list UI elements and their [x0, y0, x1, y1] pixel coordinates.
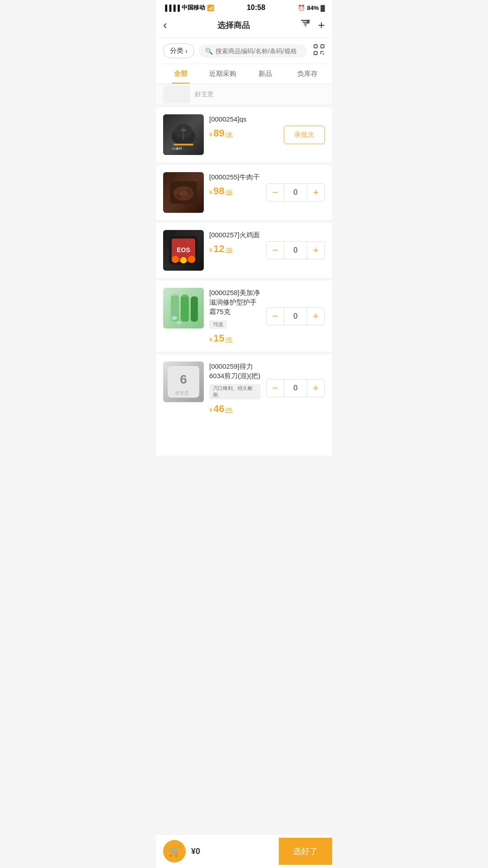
- product-tag-0000258: 75克: [209, 320, 227, 329]
- product-name-0000257: [0000257]火鸡面: [209, 230, 261, 239]
- svg-rect-29: [182, 295, 188, 297]
- svg-rect-1: [314, 45, 317, 48]
- qty-minus-0000255[interactable]: −: [267, 184, 284, 201]
- filter-button[interactable]: [300, 19, 311, 32]
- product-tag-0000259: 刀口锋利、经久耐用、: [209, 384, 261, 399]
- qty-control-0000255: − +: [266, 183, 325, 202]
- scan-button[interactable]: [313, 44, 325, 58]
- product-price-0000257: ¥ 12 /袋: [209, 243, 261, 255]
- tab-negative[interactable]: 负库存: [286, 64, 329, 84]
- product-info-0000255: [0000255]牛肉干 ¥ 98 /袋: [209, 172, 261, 197]
- status-battery: ⏰ 84% ▓: [298, 5, 325, 11]
- battery-icon: ▓: [321, 5, 325, 11]
- add-button[interactable]: +: [318, 18, 325, 32]
- product-image-0000258: [163, 288, 204, 328]
- qty-input-0000258[interactable]: [284, 308, 307, 325]
- action-area-0000255: − +: [266, 183, 325, 202]
- status-bar: ▐▐▐▐ 中国移动 📶 10:58 ⏰ 84% ▓: [156, 0, 332, 14]
- product-info-0000254: [0000254]qs ¥ 89 /米: [209, 114, 265, 139]
- action-area-0000254: 录批次: [271, 126, 325, 144]
- table-row: [0000258]美加净滋润修护型护手霜75克 75克 ¥ 15 /件 − +: [156, 281, 332, 352]
- product-name-0000254: [0000254]qs: [209, 114, 265, 124]
- qty-minus-0000257[interactable]: −: [267, 242, 284, 259]
- qty-control-0000258: − +: [266, 307, 325, 325]
- signal-icon: ▐▐▐▐: [163, 5, 180, 11]
- svg-point-23: [172, 256, 179, 263]
- svg-text:1元抢: 1元抢: [172, 147, 178, 150]
- qty-plus-0000255[interactable]: +: [307, 184, 324, 201]
- table-row: EOS [0000257]火鸡面 ¥ 12 /袋 − +: [156, 223, 332, 278]
- qty-control-0000259: − +: [266, 379, 325, 397]
- qty-plus-0000257[interactable]: +: [307, 242, 324, 259]
- svg-point-32: [177, 321, 181, 324]
- table-row: 249 1元抢 [0000254]qs ¥ 89 /米 录批次: [156, 107, 332, 162]
- search-section: 分类 › 🔍: [156, 38, 332, 64]
- product-image-0000255: [163, 172, 204, 213]
- svg-rect-28: [181, 296, 189, 322]
- svg-rect-2: [321, 45, 324, 48]
- product-price-0000255: ¥ 98 /袋: [209, 185, 261, 197]
- product-name-0000255: [0000255]牛肉干: [209, 172, 261, 182]
- svg-point-24: [180, 257, 187, 263]
- status-time: 10:58: [247, 4, 265, 12]
- partial-label: 好主意: [195, 90, 214, 99]
- qty-plus-0000258[interactable]: +: [307, 308, 324, 325]
- qty-minus-0000259[interactable]: −: [267, 380, 284, 397]
- search-input-wrap: 🔍: [199, 44, 307, 58]
- tabs-section: 全部 近期采购 新品 负库存: [156, 64, 332, 84]
- svg-point-31: [172, 316, 177, 320]
- search-icon: 🔍: [205, 47, 213, 55]
- qty-control-0000257: − +: [266, 241, 325, 259]
- action-area-0000258: − +: [266, 307, 325, 325]
- action-area-0000257: − +: [266, 241, 325, 259]
- product-image-0000254: 249 1元抢: [163, 114, 204, 155]
- product-price-0000258: ¥ 15 /件: [209, 333, 261, 344]
- wifi-icon: 📶: [207, 5, 214, 11]
- svg-rect-30: [191, 296, 198, 322]
- product-info-0000259: [0000259]得力6034剪刀(混)(把) 刀口锋利、经久耐用、 ¥ 46 …: [209, 361, 261, 415]
- tab-new[interactable]: 新品: [244, 64, 286, 84]
- search-input[interactable]: [216, 47, 300, 55]
- product-price-0000254: ¥ 89 /米: [209, 127, 265, 139]
- partial-thumb: [163, 85, 190, 103]
- svg-rect-3: [314, 52, 317, 55]
- table-row: [0000255]牛肉干 ¥ 98 /袋 − +: [156, 165, 332, 220]
- qty-plus-0000259[interactable]: +: [307, 380, 324, 397]
- batch-button-0000254[interactable]: 录批次: [284, 126, 325, 144]
- top-nav: 选择商品 +: [156, 14, 332, 38]
- product-price-0000259: ¥ 46 /件: [209, 403, 261, 415]
- tab-recent[interactable]: 近期采购: [202, 64, 244, 84]
- qty-minus-0000258[interactable]: −: [267, 308, 284, 325]
- partial-product-item: 好主意: [156, 84, 332, 107]
- qty-input-0000257[interactable]: [284, 242, 307, 259]
- product-image-0000257: EOS: [163, 230, 204, 271]
- svg-point-25: [188, 256, 195, 263]
- alarm-icon: ⏰: [298, 5, 305, 11]
- action-area-0000259: − +: [266, 379, 325, 397]
- product-info-0000257: [0000257]火鸡面 ¥ 12 /袋: [209, 230, 261, 255]
- back-button[interactable]: [163, 18, 167, 32]
- product-name-0000259: [0000259]得力6034剪刀(混)(把): [209, 361, 261, 380]
- product-image-0000259: 6 好主意: [163, 361, 204, 402]
- tab-all[interactable]: 全部: [160, 64, 202, 84]
- qty-input-0000259[interactable]: [284, 380, 307, 397]
- svg-text:好主意: 好主意: [175, 390, 189, 395]
- svg-rect-12: [174, 144, 193, 145]
- svg-rect-27: [172, 294, 178, 296]
- svg-text:6: 6: [180, 372, 187, 386]
- svg-text:EOS: EOS: [177, 246, 190, 253]
- table-row: 6 好主意 [0000259]得力6034剪刀(混)(把) 刀口锋利、经久耐用、…: [156, 354, 332, 455]
- status-carrier: ▐▐▐▐ 中国移动 📶: [163, 4, 214, 12]
- page-title: 选择商品: [217, 20, 250, 31]
- product-name-0000258: [0000258]美加净滋润修护型护手霜75克: [209, 288, 261, 316]
- svg-point-11: [181, 129, 186, 131]
- qty-input-0000255[interactable]: [284, 184, 307, 201]
- product-list: 249 1元抢 [0000254]qs ¥ 89 /米 录批次: [156, 107, 332, 455]
- product-info-0000258: [0000258]美加净滋润修护型护手霜75克 75克 ¥ 15 /件: [209, 288, 261, 344]
- category-button[interactable]: 分类 ›: [163, 43, 194, 58]
